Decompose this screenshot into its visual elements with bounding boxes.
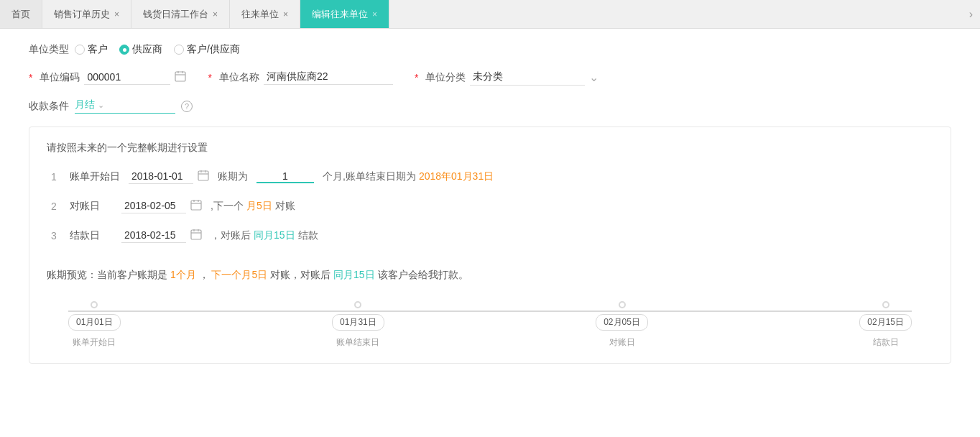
tab-edit-partner[interactable]: 编辑往来单位 × (300, 0, 389, 28)
name-required-star: * (208, 72, 211, 83)
tab-partner[interactable]: 往来单位 × (230, 0, 300, 28)
category-dropdown[interactable]: 未分类 (470, 69, 585, 86)
preview-part2: 下一个月5日 (211, 269, 267, 280)
tab-edit-partner-label: 编辑往来单位 (312, 8, 368, 21)
tab-sales-history[interactable]: 销售订单历史 × (42, 0, 131, 28)
tab-cash-workbench[interactable]: 钱货日清工作台 × (131, 0, 230, 28)
timeline-item-2: 01月31日 账单结束日 (332, 301, 384, 349)
tab-home[interactable]: 首页 (0, 0, 42, 28)
preview-prefix: 账期预览：当前客户账期是 (47, 269, 167, 280)
timeline-label-3: 对账日 (609, 336, 635, 349)
svg-rect-8 (191, 201, 201, 210)
code-input[interactable] (84, 70, 170, 85)
radio-customer-circle (75, 45, 85, 55)
category-required-star: * (415, 72, 418, 83)
unit-type-row: 单位类型 客户 供应商 客户/供应商 (29, 43, 951, 56)
timeline-badge-1: 01月01日 (68, 314, 121, 331)
radio-supplier[interactable]: 供应商 (119, 43, 162, 56)
timeline-dot-4 (882, 301, 889, 308)
timeline-dot-3 (619, 301, 626, 308)
timeline-badge-4: 02月15日 (859, 314, 912, 331)
period-row-2: 2 对账日 ,下一个月5日对账 (47, 198, 933, 213)
timeline-items: 01月01日 账单开始日 01月31日 账单结束日 02月05日 对账日 (68, 301, 912, 349)
timeline-item-1: 01月01日 账单开始日 (68, 301, 121, 349)
unit-category-group: * 单位分类 未分类 ⌄ (415, 69, 598, 86)
code-name-category-row: * 单位编码 * 单位名称 * 单位分类 未分类 ⌄ (29, 69, 951, 86)
timeline-badge-2: 01月31日 (332, 314, 384, 331)
timeline-label-1: 账单开始日 (73, 336, 116, 349)
row-2-date-input[interactable] (121, 198, 186, 213)
tab-cash-workbench-label: 钱货日清工作台 (143, 8, 208, 21)
radio-supplier-label: 供应商 (132, 43, 162, 56)
timeline-dot-1 (91, 301, 98, 308)
category-value: 未分类 (473, 70, 503, 83)
row-1-label: 账单开始日 (70, 170, 120, 183)
tab-sales-history-close[interactable]: × (114, 9, 119, 19)
unit-type-label: 单位类型 (29, 43, 69, 56)
timeline-badge-3: 02月05日 (596, 314, 648, 331)
payment-value: 月结 (75, 98, 95, 111)
row-1-period-input[interactable] (256, 170, 314, 183)
row-1-period-end: 2018年01月31日 (419, 170, 494, 183)
preview-part3: 同月15日 (333, 269, 375, 280)
payment-row: 收款条件 月结 ⌄ ? (29, 98, 951, 114)
preview-suffix: 该客户会给我打款。 (378, 269, 468, 280)
row-2-num: 2 (47, 201, 61, 212)
radio-both-label: 客户/供应商 (187, 43, 240, 56)
row-1-period-prefix: 账期为 (218, 170, 248, 183)
unit-name-group: * 单位名称 (208, 70, 392, 85)
row-3-desc: ，对账后同月15日结款 (211, 229, 318, 242)
category-dropdown-arrow[interactable]: ⌄ (589, 70, 598, 84)
svg-rect-4 (198, 171, 208, 180)
row-1-calendar-icon[interactable] (198, 170, 209, 183)
unit-type-radio-group: 客户 供应商 客户/供应商 (75, 43, 240, 56)
tab-home-label: 首页 (11, 8, 30, 21)
timeline-item-4: 02月15日 结款日 (859, 301, 912, 349)
payment-help-icon[interactable]: ? (181, 101, 193, 112)
tab-partner-close[interactable]: × (283, 9, 288, 19)
tab-sales-history-label: 销售订单历史 (54, 8, 110, 21)
radio-customer-label: 客户 (88, 43, 108, 56)
period-section: 请按照未来的一个完整帐期进行设置 1 账单开始日 账期为 个月,账单结束日期为 … (29, 126, 951, 364)
row-2-date-group (121, 198, 202, 213)
preview-mid1: ， (199, 269, 209, 280)
tab-edit-partner-close[interactable]: × (372, 9, 377, 19)
timeline-item-3: 02月05日 对账日 (596, 301, 648, 349)
name-label: 单位名称 (219, 71, 259, 84)
row-3-date-group (121, 228, 202, 243)
payment-label: 收款条件 (29, 100, 69, 113)
name-input[interactable] (264, 70, 393, 85)
svg-rect-0 (175, 72, 185, 81)
row-1-num: 1 (47, 171, 61, 183)
preview-mid2: 对账，对账后 (270, 269, 330, 280)
row-3-label: 结款日 (70, 229, 113, 242)
timeline-label-4: 结款日 (873, 336, 899, 349)
tab-cash-workbench-close[interactable]: × (213, 9, 218, 19)
period-row-1: 1 账单开始日 账期为 个月,账单结束日期为 2018年01月31日 (47, 169, 933, 184)
row-2-calendar-icon[interactable] (190, 199, 202, 213)
row-3-num: 3 (47, 230, 61, 242)
timeline-container: 01月01日 账单开始日 01月31日 账单结束日 02月05日 对账日 (47, 301, 933, 349)
row-3-date-input[interactable] (121, 228, 186, 243)
tab-bar-right-arrow[interactable]: › (962, 8, 980, 21)
radio-both-circle (174, 45, 184, 55)
payment-dropdown[interactable]: 月结 ⌄ (75, 98, 175, 114)
preview-part1: 1个月 (170, 269, 196, 280)
svg-rect-12 (191, 230, 201, 239)
radio-supplier-circle (119, 45, 129, 55)
timeline-dot-2 (354, 301, 361, 308)
timeline-label-2: 账单结束日 (336, 336, 379, 349)
row-2-desc: ,下一个月5日对账 (211, 200, 295, 213)
row-3-calendar-icon[interactable] (190, 229, 202, 242)
row-2-label: 对账日 (70, 200, 113, 213)
preview-section: 账期预览：当前客户账期是 1个月 ， 下一个月5日 对账，对账后 同月15日 该… (47, 257, 933, 284)
code-required-star: * (29, 72, 32, 83)
radio-customer[interactable]: 客户 (75, 43, 108, 56)
row-1-period-unit: 个月,账单结束日期为 2018年01月31日 (323, 170, 494, 183)
radio-both[interactable]: 客户/供应商 (174, 43, 240, 56)
row-1-date-input[interactable] (129, 169, 193, 184)
code-calendar-icon[interactable] (175, 70, 186, 84)
row-1-date-group (129, 169, 209, 184)
unit-code-group: * 单位编码 (29, 70, 186, 85)
row-3-highlight: 同月15日 (254, 229, 295, 242)
